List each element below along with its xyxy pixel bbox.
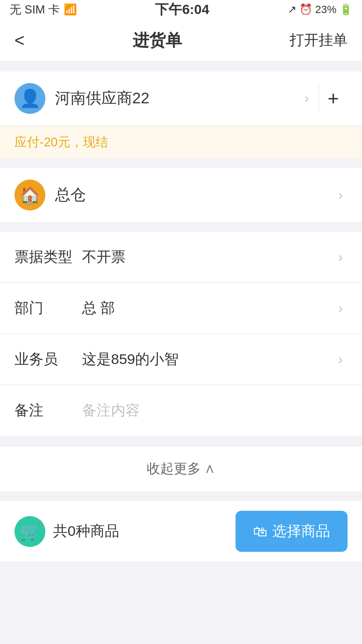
sim-status: 无 SIM 卡 — [10, 2, 60, 17]
dept-label: 部门 — [14, 298, 82, 318]
product-count-wrap: 🛒 共0种商品 — [14, 516, 119, 547]
remark-label: 备注 — [14, 401, 82, 420]
status-time: 下午6:04 — [155, 0, 209, 19]
dept-row[interactable]: 部门 总 部 › — [0, 283, 362, 334]
battery-icon: 🔋 — [339, 3, 352, 16]
notice-bar: 应付-20元，现结 — [0, 126, 362, 158]
status-bar: 无 SIM 卡 📶 下午6:04 ↗ ⏰ 23% 🔋 — [0, 0, 362, 19]
supplier-card: 👤 河南供应商22 › + 应付-20元，现结 — [0, 71, 362, 158]
salesperson-label: 业务员 — [14, 350, 82, 369]
battery-text: 23% — [315, 3, 336, 16]
alarm-icon: ⏰ — [299, 3, 312, 16]
invoice-label: 票据类型 — [14, 247, 82, 267]
warehouse-card: 🏠 总仓 › — [0, 168, 362, 222]
salesperson-row[interactable]: 业务员 这是859的小智 › — [0, 334, 362, 385]
salesperson-chevron-icon: › — [338, 352, 343, 367]
back-button[interactable]: < — [14, 30, 25, 51]
footer-area — [0, 561, 362, 644]
remark-input[interactable]: 备注内容 — [82, 401, 348, 420]
supplier-name: 河南供应商22 — [55, 88, 305, 109]
dept-value: 总 部 — [82, 298, 338, 318]
remark-row[interactable]: 备注 备注内容 — [0, 385, 362, 436]
warehouse-chevron-icon: › — [338, 187, 343, 203]
add-supplier-button[interactable]: + — [319, 84, 348, 113]
product-bag-icon: 🛒 — [20, 522, 40, 541]
dept-chevron-icon: › — [338, 301, 343, 316]
section-gap-1 — [0, 62, 362, 71]
warehouse-row[interactable]: 🏠 总仓 › — [0, 168, 362, 222]
warehouse-icon: 🏠 — [20, 185, 40, 205]
select-product-button[interactable]: 🛍 选择商品 — [236, 511, 348, 552]
warehouse-name: 总仓 — [55, 184, 338, 206]
supplier-row[interactable]: 👤 河南供应商22 › + — [0, 71, 362, 126]
invoice-value: 不开票 — [82, 247, 338, 267]
collapse-text: 收起更多 ∧ — [147, 460, 216, 478]
nav-bar: < 进货单 打开挂单 — [0, 19, 362, 62]
supplier-chevron-icon: › — [305, 91, 309, 106]
status-left: 无 SIM 卡 📶 — [10, 2, 77, 17]
status-right: ↗ ⏰ 23% 🔋 — [288, 3, 352, 16]
form-section: 票据类型 不开票 › 部门 总 部 › 业务员 这是859的小智 › 备注 备注… — [0, 232, 362, 436]
bottom-bar: 🛒 共0种商品 🛍 选择商品 — [0, 501, 362, 561]
select-product-label: 选择商品 — [272, 521, 330, 541]
notice-text: 应付-20元，现结 — [14, 135, 108, 149]
salesperson-value: 这是859的小智 — [82, 350, 338, 369]
section-gap-2 — [0, 158, 362, 168]
open-pending-button[interactable]: 打开挂单 — [290, 30, 348, 50]
invoice-chevron-icon: › — [338, 250, 343, 265]
select-product-icon: 🛍 — [253, 523, 267, 540]
collapse-row[interactable]: 收起更多 ∧ — [0, 446, 362, 491]
invoice-type-row[interactable]: 票据类型 不开票 › — [0, 232, 362, 283]
supplier-avatar: 👤 — [14, 83, 45, 114]
wifi-icon: 📶 — [64, 3, 77, 16]
product-icon-wrap: 🛒 — [14, 516, 45, 547]
warehouse-icon-wrap: 🏠 — [14, 180, 45, 210]
person-icon: 👤 — [19, 88, 41, 109]
location-icon: ↗ — [288, 3, 296, 16]
product-count-text: 共0种商品 — [53, 521, 119, 541]
page-title: 进货单 — [133, 29, 182, 52]
